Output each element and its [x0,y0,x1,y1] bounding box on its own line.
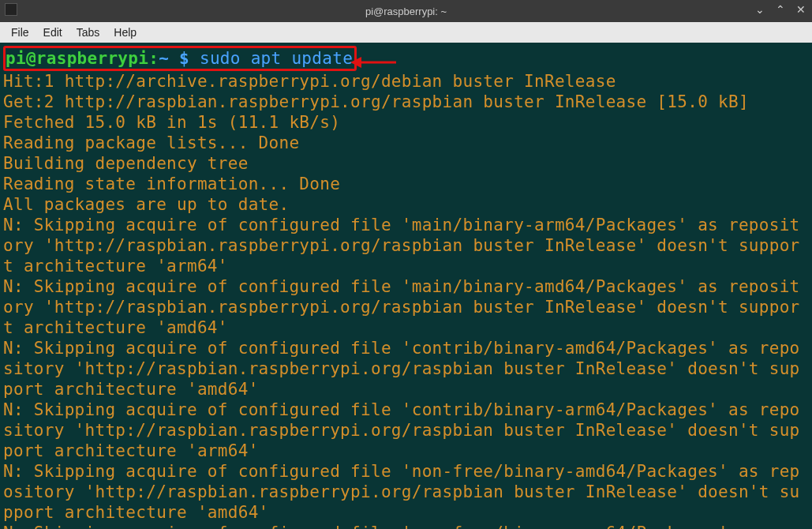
prompt-command: sudo apt update [200,49,353,68]
terminal-output-line: Fetched 15.0 kB in 1s (11.1 kB/s) [3,112,809,133]
maximize-icon[interactable]: ⌃ [774,3,787,16]
menu-tabs[interactable]: Tabs [70,24,107,40]
terminal-output-line: Reading state information... Done [3,174,809,194]
command-highlight-box: pi@raspberrypi:~ $ sudo apt update [3,46,357,71]
terminal-output-line: Building dependency tree [3,153,809,174]
terminal-output-line: N: Skipping acquire of configured file '… [3,215,809,276]
prompt-colon: : [148,49,159,68]
menu-file[interactable]: File [5,24,36,40]
minimize-icon[interactable]: ⌄ [754,3,766,16]
annotation-arrow-icon [350,52,398,73]
terminal-output-line: N: Skipping acquire of configured file '… [3,400,809,461]
terminal-output-line: N: Skipping acquire of configured file '… [3,461,809,523]
window-titlebar: pi@raspberrypi: ~ ⌄ ⌃ ✕ [0,0,812,22]
menu-help[interactable]: Help [107,24,143,40]
prompt-path: ~ [159,49,179,68]
app-icon [5,3,17,16]
terminal-viewport[interactable]: pi@raspberrypi:~ $ sudo apt update Hit:1… [0,43,812,529]
terminal-output-line: N: Skipping acquire of configured file '… [3,523,809,529]
terminal-output-line: All packages are up to date. [3,194,809,215]
menubar: File Edit Tabs Help [0,22,812,43]
terminal-output-line: Get:2 http://raspbian.raspberrypi.org/ra… [3,92,809,112]
menu-edit[interactable]: Edit [37,24,69,40]
window-title: pi@raspberrypi: ~ [365,6,447,17]
terminal-output-line: Reading package lists... Done [3,133,809,153]
prompt-user-host: pi@raspberrypi [6,49,148,68]
prompt-dollar: $ [179,49,200,68]
terminal-output-line: Hit:1 http://archive.raspberrypi.org/deb… [3,71,809,92]
terminal-output-line: N: Skipping acquire of configured file '… [3,276,809,338]
close-icon[interactable]: ✕ [795,3,807,16]
terminal-output-line: N: Skipping acquire of configured file '… [3,338,809,400]
